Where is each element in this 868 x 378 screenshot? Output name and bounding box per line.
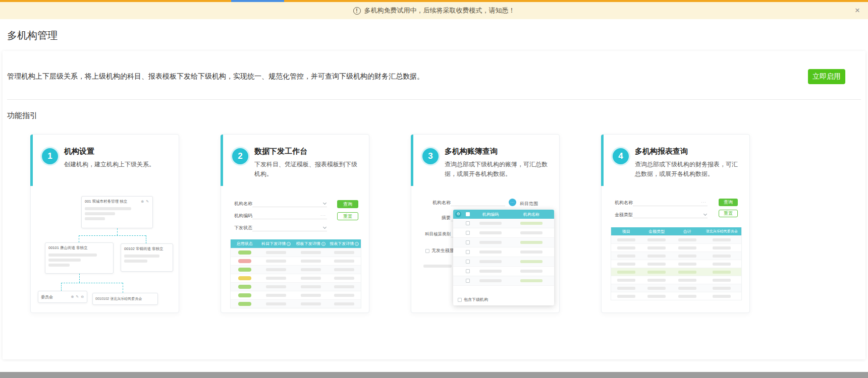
- skeleton-line: [678, 279, 696, 282]
- trial-notice-banner: ! 多机构免费试用中，后续将采取收费模式，请知悉！ ×: [0, 2, 868, 19]
- column-header: 模板下发详情i: [294, 241, 328, 246]
- connector-line: [123, 283, 123, 293]
- card-header: 2 数据下发工作台 下发科目、凭证模板、报表模板到下级机构。: [221, 135, 369, 179]
- guide-cards: 1 机构设置 创建机构，建立机构上下级关系。 001 双城市村务管理 独立 ⊕ …: [3, 120, 865, 313]
- table-header-row: ⚙ 机构编码 机构名称: [453, 210, 554, 219]
- skeleton-line: [479, 231, 502, 234]
- org-node-label: 00102 常锦街道 非独立: [124, 246, 164, 251]
- mock-field-org-name: 机构名称 ···: [611, 198, 708, 206]
- skeleton-line: [124, 255, 159, 258]
- checkbox: [458, 298, 462, 302]
- mock-field-amount-type: 金额类型: [611, 210, 708, 218]
- card-header: 4 多机构报表查询 查询总部或下级机构的财务报表，可汇总数据，或展开各机构数据。: [602, 135, 749, 179]
- org-node-root: 001 双城市村务管理 独立 ⊕ ✎: [81, 196, 153, 228]
- info-icon: i: [355, 242, 359, 246]
- bottom-window-edge: [0, 372, 868, 378]
- skeleton-line: [479, 260, 502, 263]
- mock-query-button: 查询: [337, 200, 358, 208]
- table-header-row: 启用状态 科目下发详情i 模板下发详情i 报表下发详情i: [231, 239, 361, 248]
- table-row: [231, 248, 361, 257]
- org-node-label: 0010102 张北兴乐睦民委员会: [95, 296, 142, 301]
- enable-now-button[interactable]: 立即启用: [808, 69, 845, 84]
- skeleton-line: [678, 263, 696, 266]
- connector-line: [61, 283, 123, 283]
- skeleton-line: [647, 263, 666, 266]
- card-accent-bar: [221, 135, 223, 186]
- org-node-label: 001 双城市村务管理 独立: [85, 199, 127, 204]
- checkbox: [466, 279, 470, 283]
- skeleton-line: [647, 238, 666, 241]
- card-description: 查询总部或下级机构的财务报表，可汇总数据，或展开各机构数据。: [635, 160, 742, 179]
- field-label: 下发状态: [230, 225, 252, 231]
- table-row: [231, 291, 361, 299]
- ellipsis-icon: ···: [701, 200, 707, 205]
- skeleton-line: [713, 287, 731, 290]
- chevron-down-icon: [703, 212, 707, 216]
- guide-card-dispatch: 2 数据下发工作台 下发科目、凭证模板、报表模板到下级机构。 机构名称 机构编码…: [221, 134, 369, 313]
- connector-line: [79, 235, 146, 236]
- table-row: [453, 238, 554, 247]
- field-label: 摘要: [420, 215, 451, 221]
- org-node-label: 00101 唐山街道 非独立: [48, 245, 88, 250]
- intro-section: 管理机构上下层级关系，将上级机构的科目、报表模板下发给下级机构，实现统一、规范化…: [3, 51, 865, 84]
- mock-input: ···: [252, 212, 327, 219]
- skeleton-line: [520, 231, 542, 234]
- skeleton-line: [678, 271, 696, 274]
- content-panel: 管理机构上下层级关系，将上级机构的科目、报表模板下发给下级机构，实现统一、规范化…: [3, 51, 865, 359]
- connector-line: [61, 283, 62, 291]
- skeleton-line: [617, 246, 635, 249]
- close-icon[interactable]: ×: [855, 6, 860, 16]
- add-icon: ⊕: [141, 200, 144, 203]
- status-pill: [238, 259, 251, 263]
- card-title: 多机构报表查询: [635, 147, 742, 156]
- table-row: [453, 276, 554, 286]
- skeleton-line: [124, 260, 147, 263]
- skeleton-line: [520, 222, 542, 225]
- org-node-label: 委员会: [41, 294, 53, 300]
- skeleton-line: [520, 260, 542, 263]
- field-label: 机构编码: [230, 213, 252, 219]
- skeleton-line: [301, 277, 321, 280]
- checkbox: [466, 269, 470, 273]
- skeleton-line: [647, 295, 666, 298]
- table-row: [453, 228, 554, 238]
- field-label: 机构名称: [230, 201, 252, 207]
- step-number-4: 4: [613, 148, 629, 164]
- card-title: 机构设置: [64, 147, 155, 156]
- add-icon: ⊕: [71, 295, 74, 298]
- mock-field-org-code: 机构编码 ···: [230, 211, 327, 219]
- column-header: 机构编码: [472, 212, 509, 217]
- skeleton-line: [266, 302, 286, 305]
- checkbox: [466, 250, 470, 254]
- column-header: 科目下发详情i: [259, 241, 294, 246]
- guide-card-ledger-query: 3 多机构账簿查询 查询总部或下级机构的账簿，可汇总数据，或展开各机构数据。 机…: [411, 134, 560, 313]
- skeleton-line: [647, 255, 666, 258]
- field-label: 机构名称: [611, 200, 633, 206]
- feature-description: 管理机构上下层级关系，将上级机构的科目、报表模板下发给下级机构，实现统一、规范化…: [7, 72, 424, 81]
- checkbox: [466, 212, 470, 216]
- skeleton-line: [520, 241, 542, 244]
- chevron-down-icon: [323, 225, 327, 229]
- ledger-query-illustration: 机构名称 ··· 科目范围 摘要 科目核算类别 无发生额显示: [411, 185, 559, 312]
- skeleton-line: [266, 251, 286, 254]
- skeleton-line: [334, 277, 354, 280]
- mock-query-button: 查询: [719, 199, 738, 206]
- skeleton-line: [48, 264, 70, 267]
- skeleton-line: [301, 285, 321, 288]
- skeleton-line: [334, 302, 354, 305]
- org-node-leaf-1: 委员会 ⊕ ✎ ⊖: [38, 291, 87, 303]
- checkbox: [466, 240, 470, 244]
- status-pill: [238, 250, 251, 255]
- guide-section-title: 功能指引: [3, 100, 865, 120]
- skeleton-line: [479, 270, 502, 273]
- mock-select: [252, 224, 327, 231]
- field-label: 科目核算类别: [420, 231, 451, 237]
- report-query-illustration: 机构名称 ··· 金额类型 查询 重置 项目 金额类型 合计 张北兴乐睦民委员会: [602, 185, 749, 312]
- card-accent-bar: [601, 135, 604, 186]
- checkbox: [466, 260, 470, 264]
- skeleton-line: [479, 279, 502, 282]
- table-row: [231, 257, 361, 265]
- card-accent-bar: [411, 135, 413, 186]
- edit-icon: ✎: [146, 200, 149, 203]
- skeleton-line: [266, 294, 286, 297]
